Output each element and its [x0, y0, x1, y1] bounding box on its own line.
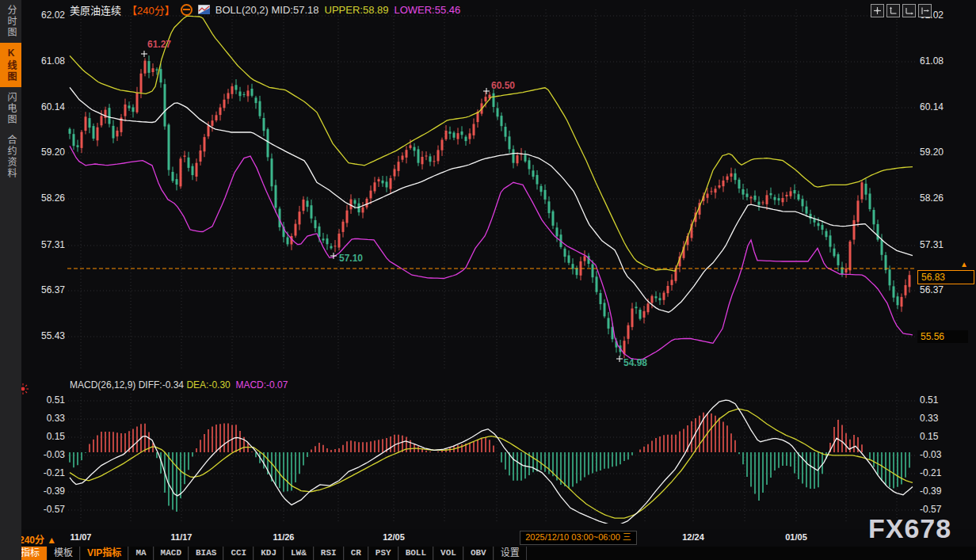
- axis-label: 59.20: [920, 147, 944, 158]
- axis-label: 0.33: [27, 413, 65, 424]
- toolbar-button-KDJ[interactable]: KDJ: [254, 547, 284, 560]
- toolbar-button-MA[interactable]: MA: [128, 547, 153, 560]
- axis-label: 59.20: [27, 147, 65, 158]
- period-tag[interactable]: 【240分】: [127, 2, 175, 17]
- axis-label: 60.14: [920, 101, 944, 112]
- price-annotation: 61.27: [147, 39, 171, 50]
- minus-circle-icon[interactable]: [181, 4, 193, 16]
- date-label: 11/07: [71, 532, 92, 542]
- y-axis-scale-icon-button[interactable]: [886, 4, 900, 17]
- axis-label: 56.37: [920, 284, 944, 295]
- axis-label: 61.08: [27, 55, 65, 67]
- date-label: 12/05: [383, 532, 405, 542]
- axis-label: -0.03: [920, 449, 941, 460]
- boll-layer: [70, 16, 913, 360]
- date-label: 12/24: [682, 532, 704, 542]
- pan-icon-button[interactable]: [871, 4, 884, 17]
- toolbar-button-CCI[interactable]: CCI: [223, 547, 254, 560]
- period-selector[interactable]: 240分 ▲: [19, 532, 56, 546]
- macd-header: MACD(26,12,9) DIFF:-0.34 DEA:-0.30 MACD:…: [70, 379, 288, 390]
- candles-layer: [69, 55, 911, 358]
- axis-label: 57.31: [920, 239, 944, 250]
- date-label: 01/05: [785, 532, 807, 542]
- sidebar-tab-1[interactable]: K线图: [0, 43, 21, 87]
- price-annotation: 57.10: [339, 253, 363, 264]
- axis-label: 62.02: [27, 10, 65, 21]
- high-low-cross-icon: [483, 88, 490, 94]
- toolbar-button-OBV[interactable]: OBV: [463, 547, 494, 560]
- price-annotation: 60.50: [491, 80, 515, 91]
- toolbar-button-VIP指标[interactable]: VIP指标: [80, 547, 128, 560]
- axis-label: -0.57: [27, 504, 65, 515]
- axis-label: -0.21: [920, 467, 941, 478]
- selected-candle-date: 2025/12/10 03:00~06:00 三: [520, 531, 637, 545]
- axis-label: 61.08: [920, 55, 944, 67]
- symbol-title: 美原油连续: [70, 2, 121, 17]
- lower-band-marker: 55.56: [917, 330, 968, 343]
- toolbar-button-PSY[interactable]: PSY: [368, 547, 398, 560]
- sidebar-tab-3[interactable]: 合约资料: [0, 130, 21, 184]
- axis-label: -0.39: [920, 486, 941, 497]
- macd-value: MACD:-0.07: [235, 379, 288, 390]
- sidebar-tab-0[interactable]: 分时图: [0, 0, 21, 43]
- shift-right-icon: [921, 6, 929, 15]
- axis-label: 0.33: [920, 413, 938, 424]
- axis-label: 0.15: [920, 431, 938, 442]
- axis-label: 56.37: [27, 284, 65, 295]
- toolbar-button-BIAS[interactable]: BIAS: [189, 547, 223, 560]
- watermark: FX678: [868, 513, 951, 544]
- boll-lower-value: LOWER:55.46: [394, 4, 460, 16]
- toolbar-button-VOL[interactable]: VOL: [433, 547, 463, 560]
- macd-params: MACD(26,12,9) DIFF:-0.34: [70, 379, 184, 390]
- axis-label: 60.14: [27, 101, 65, 112]
- axis-label: 57.31: [27, 239, 65, 250]
- high-low-cross-icon: [330, 253, 337, 259]
- toolbar-button-MACD[interactable]: MACD: [154, 547, 189, 560]
- price-annotation: 54.98: [623, 357, 647, 368]
- sidebar: 分时图K线图闪电图合约资料: [0, 0, 21, 560]
- date-axis: 2025/12/10 03:00~06:00 三 11/0711/1711/26…: [0, 529, 976, 547]
- chart-thumb-icon[interactable]: [198, 5, 210, 14]
- current-price-marker: 56.83: [917, 270, 974, 284]
- pan-icon: [873, 6, 882, 15]
- toolbar-button-设置[interactable]: 设置: [494, 547, 527, 560]
- x-axis-scale-icon: [905, 6, 913, 15]
- price-up-arrow-icon: ▲: [960, 260, 968, 269]
- axis-label: 0.15: [27, 431, 65, 442]
- shift-right-icon-button[interactable]: [918, 4, 932, 17]
- x-axis-scale-icon-button[interactable]: [902, 4, 916, 17]
- axis-label: 58.26: [920, 192, 944, 204]
- y-axis-scale-icon: [889, 6, 898, 15]
- high-low-cross-icon: [616, 356, 623, 362]
- sidebar-tab-2[interactable]: 闪电图: [0, 87, 21, 130]
- indicator-toolbar: 指标模板VIP指标MAMACDBIASCCIKDJLW&RSICRPSYBOLL…: [0, 547, 976, 560]
- axis-label: 0.51: [27, 394, 65, 406]
- axis-label: 58.26: [27, 192, 65, 204]
- window-controls: [871, 4, 932, 17]
- date-label: 11/26: [273, 532, 295, 542]
- date-label: 11/17: [171, 532, 193, 542]
- axis-label: -0.21: [27, 467, 65, 478]
- macd-dea-value: DEA:-0.30: [186, 379, 230, 390]
- toolbar-button-LW&[interactable]: LW&: [284, 547, 314, 560]
- toolbar-button-RSI[interactable]: RSI: [314, 547, 344, 560]
- toolbar-button-BOLL[interactable]: BOLL: [398, 547, 433, 560]
- axis-label: -0.39: [27, 486, 65, 497]
- high-low-cross-icon: [141, 51, 147, 57]
- app-window: 分时图K线图闪电图合约资料 美原油连续 【240分】 BOLL(20,2) MI…: [0, 0, 976, 560]
- chart-canvas[interactable]: [0, 0, 976, 560]
- toolbar-button-模板[interactable]: 模板: [47, 547, 80, 560]
- toolbar-button-CR[interactable]: CR: [344, 547, 368, 560]
- macd-layer: [70, 400, 913, 525]
- axis-label: 55.43: [27, 330, 65, 341]
- boll-upper-value: UPPER:58.89: [325, 4, 389, 16]
- axis-label: 0.51: [920, 394, 938, 406]
- boll-label: BOLL(20,2) MID:57.18: [215, 4, 319, 16]
- axis-label: -0.03: [27, 449, 65, 460]
- chart-header: 美原油连续 【240分】 BOLL(20,2) MID:57.18 UPPER:…: [70, 2, 460, 17]
